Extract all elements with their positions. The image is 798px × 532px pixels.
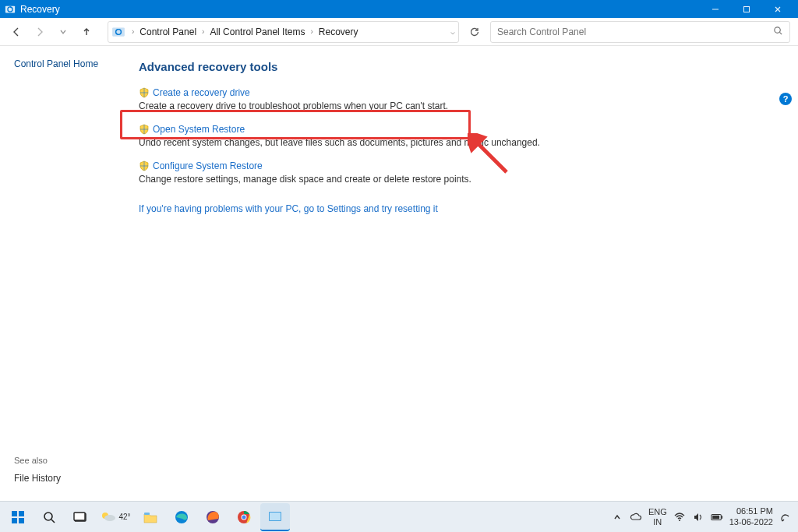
- svg-rect-9: [12, 518, 17, 523]
- recent-locations-button[interactable]: [55, 23, 72, 41]
- svg-rect-26: [721, 516, 722, 519]
- search-field[interactable]: [497, 26, 773, 37]
- chevron-right-icon: ›: [132, 27, 134, 36]
- search-icon: [773, 26, 783, 38]
- tray-wifi-icon[interactable]: [673, 511, 686, 523]
- desc-create-recovery-drive: Create a recovery drive to troubleshoot …: [139, 100, 779, 111]
- tray-notifications-icon[interactable]: [779, 511, 792, 523]
- nav-toolbar: › Control Panel › All Control Panel Item…: [0, 18, 798, 46]
- page-heading: Advanced recovery tools: [139, 60, 779, 73]
- svg-rect-27: [712, 515, 719, 518]
- crumb-all-items[interactable]: All Control Panel Items: [207, 25, 307, 39]
- search-input[interactable]: [490, 21, 790, 43]
- taskbar-explorer[interactable]: [136, 503, 165, 531]
- language-indicator[interactable]: ENG IN: [648, 507, 667, 526]
- taskbar-firefox[interactable]: [198, 503, 228, 531]
- clock[interactable]: 06:51 PM 13-06-2022: [729, 506, 773, 527]
- side-panel: Control Panel Home See also File History: [0, 46, 125, 501]
- crumb-control-panel[interactable]: Control Panel: [137, 25, 199, 39]
- svg-rect-10: [19, 518, 24, 523]
- recovery-title-icon: [5, 4, 16, 15]
- desc-configure-system-restore: Change restore settings, manage disk spa…: [139, 174, 779, 185]
- svg-rect-13: [74, 513, 85, 520]
- tray-onedrive-icon[interactable]: [630, 511, 642, 523]
- system-tray: ENG IN 06:51 PM 13-06-2022: [611, 506, 795, 527]
- svg-point-11: [44, 513, 52, 520]
- tool-configure-system-restore: Configure System Restore Change restore …: [139, 160, 779, 185]
- chevron-right-icon: ›: [310, 27, 312, 36]
- weather-temp: 42°: [118, 513, 130, 521]
- svg-point-24: [679, 520, 680, 521]
- svg-point-15: [104, 515, 115, 521]
- svg-rect-8: [19, 511, 24, 516]
- link-create-recovery-drive[interactable]: Create a recovery drive: [153, 87, 250, 98]
- tray-battery-icon[interactable]: [711, 511, 723, 523]
- address-dropdown-icon[interactable]: ⌵: [450, 27, 455, 36]
- svg-rect-23: [270, 513, 281, 520]
- link-configure-system-restore[interactable]: Configure System Restore: [153, 160, 263, 171]
- recovery-path-icon: [111, 25, 125, 39]
- sidebar-link-file-history[interactable]: File History: [14, 473, 122, 484]
- task-view-button[interactable]: [65, 503, 95, 531]
- close-button[interactable]: [762, 0, 793, 18]
- shield-icon: [139, 87, 150, 98]
- tray-volume-icon[interactable]: [692, 511, 704, 523]
- tray-chevron-up-icon[interactable]: [611, 511, 623, 523]
- see-also-heading: See also: [14, 456, 122, 465]
- taskbar-edge[interactable]: [167, 503, 196, 531]
- weather-widget[interactable]: 42°: [97, 503, 134, 531]
- link-open-system-restore[interactable]: Open System Restore: [153, 124, 245, 135]
- maximize-button[interactable]: [731, 0, 762, 18]
- svg-point-5: [775, 26, 780, 32]
- chevron-right-icon: ›: [202, 27, 204, 36]
- link-reset-pc-settings[interactable]: If you're having problems with your PC, …: [139, 203, 438, 214]
- titlebar: Recovery: [0, 0, 798, 18]
- svg-point-21: [242, 515, 246, 519]
- up-button[interactable]: [78, 23, 95, 41]
- window-title: Recovery: [20, 4, 60, 15]
- crumb-recovery[interactable]: Recovery: [316, 25, 361, 39]
- tool-open-system-restore: Open System Restore Undo recent system c…: [139, 124, 779, 148]
- svg-rect-7: [12, 511, 17, 516]
- taskbar-control-panel[interactable]: [260, 503, 290, 531]
- sidebar-home-link[interactable]: Control Panel Home: [14, 58, 122, 69]
- back-button[interactable]: [8, 23, 25, 41]
- start-button[interactable]: [3, 503, 33, 531]
- desc-open-system-restore: Undo recent system changes, but leave fi…: [139, 137, 779, 148]
- forward-button[interactable]: [31, 23, 48, 41]
- taskbar-chrome[interactable]: [229, 503, 259, 531]
- shield-icon: [139, 124, 150, 135]
- taskbar: 42° ENG IN 06:51 P: [0, 501, 798, 532]
- shield-icon: [139, 160, 150, 171]
- svg-rect-16: [144, 513, 150, 515]
- svg-rect-2: [744, 6, 750, 12]
- main-content: Advanced recovery tools Create a recover…: [125, 46, 798, 501]
- breadcrumb[interactable]: › Control Panel › All Control Panel Item…: [108, 21, 459, 43]
- minimize-button[interactable]: [700, 0, 731, 18]
- tool-create-recovery-drive: Create a recovery drive Create a recover…: [139, 87, 779, 111]
- refresh-button[interactable]: [465, 23, 484, 41]
- search-button[interactable]: [34, 503, 64, 531]
